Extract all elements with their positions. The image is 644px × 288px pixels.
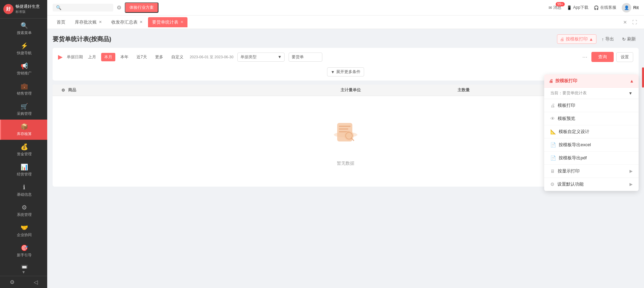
topbar-search-box[interactable]: 🔍 [53,4,113,11]
date-btn-current-year[interactable]: 本年 [117,53,131,61]
content-area: 要货单统计表(按商品) 🖨 按模板打印 ▲ ↑ 导出 ↻ 刷新 [47,29,644,288]
user-menu[interactable]: 👤 Rit [622,3,639,12]
dropdown-item-set-default[interactable]: ⚙ 设置默认功能 ▶ [544,178,639,191]
settings-btn[interactable]: 设置 [616,52,633,62]
tab-order-stats[interactable]: 要货单统计表✕ [148,17,187,27]
print-template-btn[interactable]: 🖨 按模板打印 ▲ [557,34,596,44]
user-name: Rit [633,5,639,10]
export-pdf-icon: 📄 [550,155,556,161]
sidebar-item-inventory[interactable]: 📦库存核算 [0,120,47,140]
tab-home[interactable]: 首页 [53,17,69,27]
order-type-select[interactable]: 单据类型 ▼ [237,53,285,62]
col-quantity: 主数量 [407,87,520,93]
tab-label-home: 首页 [57,19,65,25]
refresh-icon: ↻ [622,37,626,42]
sidebar-item-operations[interactable]: 📊经营管理 [0,160,47,180]
current-chevron-icon: ▼ [628,91,633,96]
sidebar-item-purchase[interactable]: 🛒采购管理 [0,99,47,120]
export-excel-label: 按模板导出excel [559,142,591,148]
app-download-action[interactable]: 📱 App下载 [567,5,588,10]
sidebar-item-marketing[interactable]: 📢营销推广 [0,59,47,79]
sidebar-scroll-down[interactable]: ▼ [0,268,47,276]
quick-nav-nav-icon: ⚡ [21,42,28,50]
trial-btn[interactable]: 体验行业方案 [125,2,158,13]
sales-nav-icon: 💼 [21,83,28,90]
export-pdf-label: 按模板导出pdf [559,155,587,161]
date-btn-more[interactable]: 更多 [152,53,166,61]
dropdown-menu: 🖨 按模板打印 ▲ 当前：要货单统计表 ▼ 🖨 模板打印 👁 模板预览 📐 模板… [544,74,639,191]
window-close-btn[interactable]: ✕ [621,18,629,26]
sidebar-item-new-guide[interactable]: 🎯新手引导 [0,241,47,261]
template-print-label: 模板打印 [558,102,575,108]
sidebar-item-sales[interactable]: 💼销售管理 [0,79,47,99]
template-preview-label: 模板预览 [558,116,575,122]
export-btn[interactable]: ↑ 导出 [599,35,617,43]
expand-more-conditions-btn[interactable]: ▼ 展开更多条件 [327,67,364,76]
col-settings[interactable]: ⚙ [58,88,68,93]
collapse-sidebar-icon[interactable]: ◁ [34,279,38,285]
tab-close-order-stats[interactable]: ✕ [180,20,183,24]
svg-rect-3 [339,128,348,130]
tab-close-receipts-summary[interactable]: ✕ [140,20,143,24]
purchase-nav-icon: 🛒 [21,103,28,110]
refresh-btn[interactable]: ↻ 刷新 [619,35,639,43]
empty-state-icon [329,116,362,156]
topbar-settings-icon[interactable]: ⚙ [117,4,121,11]
template-print-icon: 🖨 [550,103,555,108]
tab-label-order-stats: 要货单统计表 [152,19,178,25]
dropdown-chevron-up-icon: ▲ [630,78,634,84]
dropdown-item-template-print[interactable]: 🖨 模板打印 [544,99,639,112]
query-btn[interactable]: 查询 [591,52,614,62]
filter-actions: ··· 查询 设置 [581,52,633,62]
required-goods-filter[interactable]: 要货单 [289,53,322,62]
app-center-nav-icon: 🔲 [21,264,28,268]
operations-nav-icon: 📊 [21,163,28,171]
dropdown-item-template-preview[interactable]: 👁 模板预览 [544,112,639,125]
sidebar-item-finance[interactable]: 💰资金管理 [0,140,47,160]
filter-more-icon[interactable]: ··· [581,54,589,61]
dropdown-item-export-pdf[interactable]: 📄 按模板导出pdf [544,152,639,165]
tab-inventory-batch[interactable]: 库存批次账✕ [71,17,106,27]
dropdown-current-item[interactable]: 当前：要货单统计表 ▼ [544,88,639,99]
sidebar-item-enterprise[interactable]: 🤝企业协同 [0,221,47,241]
template-preview-icon: 👁 [550,116,555,121]
sidebar-item-system[interactable]: ⚙系统管理 [0,200,47,221]
dropdown-header[interactable]: 🖨 按模板打印 ▲ [544,74,639,88]
expand-down-icon: ▼ [331,70,335,74]
dropdown-item-template-design[interactable]: 📐 模板自定义设计 [544,125,639,138]
search-icon: 🔍 [56,5,61,10]
template-design-label: 模板自定义设计 [559,129,589,135]
settings-bottom-icon[interactable]: ⚙ [10,279,14,285]
logo-text-block: 畅捷通好生意 标准版 [16,4,40,14]
sidebar-item-search[interactable]: 🔍搜索菜单 [0,19,47,39]
sidebar-item-basic-info[interactable]: ℹ基础信息 [0,180,47,200]
online-service-action[interactable]: 🎧 在线客服 [594,5,616,10]
filter-expand-icon[interactable]: ▶ [58,53,63,61]
tab-label-receipts-summary: 收发存汇总表 [111,19,138,25]
message-action[interactable]: ✉ 消息 99+ [549,5,561,10]
sidebar-item-quick-nav[interactable]: ⚡快捷导航 [0,39,47,59]
set-default-label: 设置默认功能 [557,181,584,187]
avatar: 👤 [622,3,631,12]
scroll-thumb[interactable] [642,67,644,88]
tab-receipts-summary[interactable]: 收发存汇总表✕ [107,17,147,27]
online-service-label: 在线客服 [600,5,616,10]
display-print-chevron-icon: ▶ [630,169,633,173]
svg-rect-2 [339,126,351,127]
sidebar-bottom: ⚙ ◁ [0,276,47,288]
date-btn-custom[interactable]: 自定义 [168,53,186,61]
tab-close-inventory-batch[interactable]: ✕ [99,20,102,24]
dropdown-item-export-excel[interactable]: 📄 按模板导出excel [544,138,639,152]
export-label: 导出 [605,36,614,42]
date-btn-current-month[interactable]: 本月 [101,53,115,61]
printer-dropdown-icon: 🖨 [549,78,553,84]
window-expand-btn[interactable]: ⛶ [631,18,639,26]
date-btn-last-7-days[interactable]: 近7天 [134,53,150,61]
current-label: 当前：要货单统计表 [550,90,587,96]
topbar-search-input[interactable] [63,5,104,10]
dropdown-item-display-print[interactable]: 🖥 按显示打印 ▶ [544,165,639,178]
tabbar: 首页库存批次账✕收发存汇总表✕要货单统计表✕ ✕ ⛶ [47,15,644,29]
date-filter-label: 单据日期 [67,54,83,60]
sidebar-item-app-center[interactable]: 🔲应用中心 [0,261,47,268]
date-btn-prev-month[interactable]: 上月 [85,53,99,61]
